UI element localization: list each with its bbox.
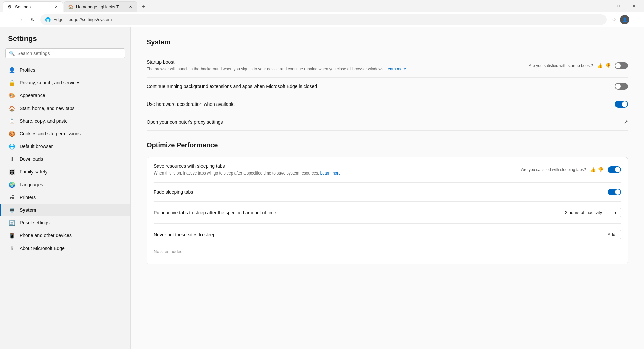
- startup-boost-toggle[interactable]: [615, 62, 628, 69]
- profiles-icon: 👤: [9, 67, 15, 73]
- dropdown-chevron-icon: ▾: [614, 210, 617, 215]
- sidebar-item-about[interactable]: ℹ About Microsoft Edge: [0, 242, 130, 255]
- sidebar-item-system[interactable]: 💻 System: [0, 204, 130, 216]
- about-label: About Microsoft Edge: [20, 246, 65, 251]
- browser-brand: Edge: [53, 17, 63, 22]
- cookies-icon: 🍪: [9, 131, 15, 137]
- about-icon: ℹ: [9, 245, 15, 251]
- close-button[interactable]: ✕: [626, 0, 641, 12]
- homepage-tab-label: Homepage | gHacks Technology: [76, 4, 125, 9]
- start-home-icon: 🏠: [9, 105, 15, 111]
- downloads-label: Downloads: [20, 156, 43, 162]
- sleeping-tabs-actions: Are you satisfied with sleeping tabs? 👍 …: [521, 166, 621, 173]
- optimize-performance-section: Optimize Performance Save resources with…: [147, 141, 628, 264]
- startup-boost-learn-more[interactable]: Learn more: [386, 67, 406, 71]
- toolbar-icons: ☆ 👤 …: [609, 15, 640, 24]
- startup-boost-thumbs-up[interactable]: 👍: [597, 63, 603, 68]
- inactive-sleep-info: Put inactive tabs to sleep after the spe…: [154, 210, 555, 215]
- forward-button[interactable]: →: [16, 15, 25, 24]
- fade-sleeping-tabs-row: Fade sleeping tabs: [154, 183, 621, 202]
- sidebar-item-appearance[interactable]: 🎨 Appearance: [0, 89, 130, 102]
- favorite-button[interactable]: ☆: [609, 15, 619, 24]
- sleeping-tabs-row: Save resources with sleeping tabs When t…: [154, 157, 621, 183]
- homepage-tab-close[interactable]: ✕: [128, 4, 133, 10]
- sidebar-item-family-safety[interactable]: 👨‍👩‍👧 Family safety: [0, 165, 130, 178]
- privacy-icon: 🔒: [9, 80, 15, 86]
- hardware-acceleration-actions: [615, 101, 628, 108]
- sleeping-tabs-learn-more[interactable]: Learn more: [320, 171, 341, 176]
- tab-settings[interactable]: ⚙ Settings ✕: [3, 1, 63, 12]
- sidebar-item-share-copy[interactable]: 📋 Share, copy, and paste: [0, 115, 130, 127]
- search-icon: 🔍: [9, 51, 15, 56]
- homepage-tab-icon: 🏠: [68, 4, 73, 10]
- proxy-settings-label: Open your computer's proxy settings: [147, 119, 618, 125]
- inactive-sleep-row: Put inactive tabs to sleep after the spe…: [154, 202, 621, 224]
- startup-boost-label: Startup boost: [147, 59, 523, 65]
- sleeping-tabs-feedback-text: Are you satisfied with sleeping tabs?: [521, 167, 586, 172]
- phone-label: Phone and other devices: [20, 233, 72, 238]
- sidebar-item-cookies[interactable]: 🍪 Cookies and site permissions: [0, 127, 130, 140]
- maximize-button[interactable]: □: [611, 0, 626, 12]
- sidebar-item-reset[interactable]: 🔄 Reset settings: [0, 216, 130, 229]
- inactive-sleep-value: 2 hours of inactivity: [565, 210, 602, 215]
- address-url: edge://settings/system: [69, 17, 112, 22]
- addressbar: ← → ↻ 🌐 Edge | edge://settings/system ☆ …: [0, 12, 644, 27]
- fade-sleeping-tabs-label: Fade sleeping tabs: [154, 189, 602, 195]
- add-site-button[interactable]: Add: [602, 230, 621, 239]
- settings-more-button[interactable]: …: [631, 15, 640, 24]
- sleeping-tabs-thumbs-down[interactable]: 👎: [598, 167, 603, 172]
- sidebar-item-default-browser[interactable]: 🌐 Default browser: [0, 140, 130, 153]
- refresh-button[interactable]: ↻: [28, 15, 37, 24]
- profiles-label: Profiles: [20, 67, 35, 73]
- hardware-acceleration-toggle[interactable]: [615, 101, 628, 108]
- profile-avatar[interactable]: 👤: [620, 15, 629, 24]
- fade-sleeping-tabs-info: Fade sleeping tabs: [154, 189, 602, 195]
- sidebar-item-languages[interactable]: 🌍 Languages: [0, 178, 130, 191]
- hardware-acceleration-info: Use hardware acceleration when available: [147, 101, 609, 107]
- background-extensions-row: Continue running background extensions a…: [147, 78, 628, 95]
- sidebar-item-privacy[interactable]: 🔒 Privacy, search, and services: [0, 76, 130, 89]
- sleeping-tabs-toggle[interactable]: [608, 166, 621, 173]
- tab-homepage[interactable]: 🏠 Homepage | gHacks Technology ✕: [64, 1, 137, 12]
- settings-tab-label: Settings: [15, 4, 51, 9]
- startup-boost-row: Startup boost The browser will launch in…: [147, 54, 628, 78]
- sidebar-item-start-home[interactable]: 🏠 Start, home, and new tabs: [0, 102, 130, 115]
- address-bar[interactable]: 🌐 Edge | edge://settings/system: [40, 14, 607, 25]
- startup-boost-info: Startup boost The browser will launch in…: [147, 59, 523, 72]
- reset-icon: 🔄: [9, 220, 15, 226]
- downloads-icon: ⬇: [9, 156, 15, 162]
- back-button[interactable]: ←: [4, 15, 13, 24]
- new-tab-button[interactable]: +: [138, 1, 149, 12]
- search-input[interactable]: [17, 51, 121, 56]
- printers-icon: 🖨: [9, 194, 15, 200]
- never-sleep-sites-row: Never put these sites to sleep Add No si…: [154, 224, 621, 264]
- never-sleep-sites-label: Never put these sites to sleep: [154, 232, 602, 237]
- sleeping-tabs-desc: When this is on, inactive tabs will go t…: [154, 170, 516, 176]
- sidebar-item-downloads[interactable]: ⬇ Downloads: [0, 153, 130, 165]
- appearance-icon: 🎨: [9, 92, 15, 98]
- proxy-settings-row: Open your computer's proxy settings ↗: [147, 113, 628, 131]
- phone-icon: 📱: [9, 232, 15, 238]
- inactive-sleep-dropdown[interactable]: 2 hours of inactivity ▾: [561, 208, 621, 217]
- startup-boost-feedback: 👍 👎: [597, 63, 611, 68]
- settings-tab-close[interactable]: ✕: [53, 4, 59, 10]
- proxy-settings-info: Open your computer's proxy settings: [147, 119, 618, 125]
- no-sites-text: No sites added: [154, 245, 183, 258]
- startup-boost-thumbs-down[interactable]: 👎: [605, 63, 611, 68]
- window-controls: ─ □ ✕: [595, 0, 641, 12]
- appearance-label: Appearance: [20, 93, 45, 98]
- content-area: System Startup boost The browser will la…: [131, 27, 644, 349]
- background-extensions-toggle[interactable]: [615, 83, 628, 90]
- search-box[interactable]: 🔍: [5, 48, 125, 58]
- sleeping-tabs-thumbs-up[interactable]: 👍: [590, 167, 596, 172]
- sidebar-item-phone[interactable]: 📱 Phone and other devices: [0, 229, 130, 242]
- languages-label: Languages: [20, 182, 43, 187]
- sidebar-item-printers[interactable]: 🖨 Printers: [0, 191, 130, 204]
- system-label: System: [20, 207, 36, 213]
- sidebar-item-profiles[interactable]: 👤 Profiles: [0, 64, 130, 76]
- share-copy-icon: 📋: [9, 118, 15, 124]
- address-separator: |: [65, 17, 67, 22]
- fade-sleeping-tabs-toggle[interactable]: [608, 189, 621, 195]
- minimize-button[interactable]: ─: [595, 0, 611, 12]
- proxy-external-link-icon[interactable]: ↗: [624, 119, 628, 125]
